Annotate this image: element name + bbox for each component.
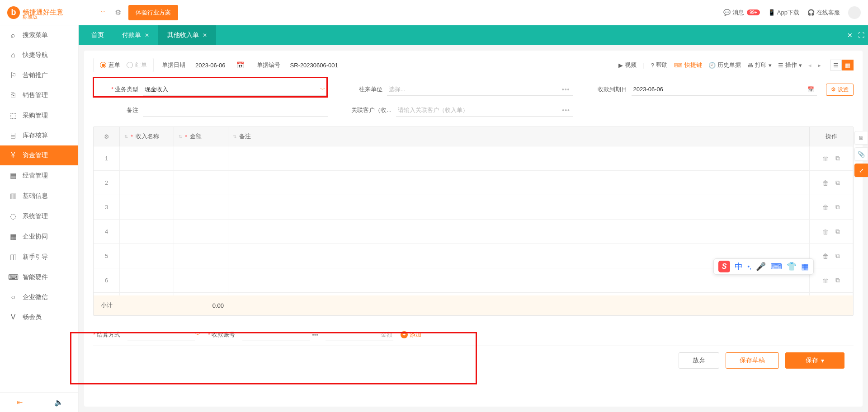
delete-row-icon[interactable]: 🗑 [822,155,829,162]
radio-red[interactable]: 红单 [127,61,147,69]
more-icon[interactable]: ••• [312,332,318,338]
settle-add-button[interactable]: + 添加 [401,331,421,339]
user-avatar[interactable] [848,6,861,19]
tab-fullscreen-button[interactable]: ⛶ [858,32,864,39]
org-selector[interactable]: ﹀ [97,9,106,16]
ime-punct-button[interactable]: •, [747,263,751,270]
sidebar-item-2[interactable]: ⚐营销推广 [0,65,78,85]
copy-row-icon[interactable]: ⧉ [835,203,840,211]
sidebar-item-13[interactable]: ○企业微信 [0,287,78,307]
sidebar-item-8[interactable]: ▥基础信息 [0,186,78,206]
cell-amount[interactable] [174,171,228,195]
app-download-link[interactable]: 📱 App下载 [768,9,799,17]
messages-link[interactable]: 💬 消息 99+ [723,9,760,17]
cell-income-name[interactable] [120,293,174,295]
view-list-button[interactable]: ☰ [830,60,842,70]
sidebar-item-1[interactable]: ⌂快捷导航 [0,45,78,65]
next-doc-button[interactable]: ▸ [818,62,821,69]
doc-date-value[interactable]: 2023-06-06 [195,62,226,69]
sidebar-item-14[interactable]: V畅会员 [0,307,78,327]
cell-amount[interactable] [174,146,228,170]
view-form-button[interactable]: ▦ [842,60,854,70]
duedate-input[interactable] [632,83,817,96]
cell-income-name[interactable] [120,220,174,243]
ime-mic-button[interactable]: 🎤 [756,262,766,272]
copy-row-icon[interactable]: ⧉ [835,252,840,260]
delete-row-icon[interactable]: 🗑 [822,204,829,211]
chevron-down-icon[interactable]: ﹀ [320,86,326,94]
ime-lang-button[interactable]: 中 [735,261,743,272]
cell-income-name[interactable] [120,146,174,170]
more-icon[interactable]: ••• [562,107,570,114]
sidebar-item-3[interactable]: ⎘销售管理 [0,85,78,105]
calendar-icon[interactable]: 📅 [807,86,814,93]
discard-button[interactable]: 放弃 [679,352,719,369]
calendar-icon[interactable]: 📅 [236,61,244,69]
sidebar-item-7[interactable]: ▤经营管理 [0,165,78,186]
video-link[interactable]: ▶ 视频 [618,61,637,69]
settle-amount-input[interactable] [326,328,393,341]
close-icon[interactable]: ✕ [145,32,149,38]
sidebar-item-5[interactable]: ⌸库存核算 [0,126,78,145]
delete-row-icon[interactable]: 🗑 [822,253,829,260]
cell-remark[interactable] [228,171,810,195]
cell-remark[interactable] [228,146,810,170]
table-row[interactable]: 7🗑 ⧉ [94,293,853,295]
cell-remark[interactable] [228,195,810,219]
relcust-input[interactable] [396,104,573,117]
save-draft-button[interactable]: 保存草稿 [726,352,779,369]
sidebar-item-0[interactable]: ⌕搜索菜单 [0,25,78,45]
radio-blue[interactable]: 蓝单 [100,61,120,69]
ime-toolbar[interactable]: S 中 •, 🎤 ⌨ 👕 ▦ [713,258,814,275]
help-link[interactable]: ? 帮助 [651,61,668,69]
sidebar-collapse-button[interactable]: ⇤ [0,393,39,412]
float-layers-button[interactable]: 🗎 [854,131,868,145]
biztype-input[interactable] [143,83,328,96]
cell-remark[interactable] [228,293,810,295]
ops-link[interactable]: ☰ 操作 ▾ [778,61,802,69]
table-row[interactable]: 2🗑 ⧉ [94,171,853,195]
copy-row-icon[interactable]: ⧉ [835,179,840,187]
sidebar-item-11[interactable]: ◫新手引导 [0,247,78,267]
tab-close-all-button[interactable]: ✕ [847,32,853,39]
cell-income-name[interactable] [120,171,174,195]
table-row[interactable]: 3🗑 ⧉ [94,195,853,220]
sidebar-item-4[interactable]: ⬚采购管理 [0,105,78,126]
remark-input[interactable] [143,104,328,117]
sidebar-item-9[interactable]: ◌系统管理 [0,206,78,226]
history-link[interactable]: 🕘 历史单据 [708,61,741,69]
cell-amount[interactable] [174,244,228,268]
cell-amount[interactable] [174,195,228,219]
cell-income-name[interactable] [120,195,174,219]
grid-config-button[interactable]: ⚙ [94,127,120,146]
copy-row-icon[interactable]: ⧉ [835,154,840,162]
print-link[interactable]: 🖶 打印 ▾ [747,61,772,69]
float-expand-button[interactable]: ⤢ [854,164,868,177]
ime-toolbox-button[interactable]: ▦ [801,262,809,272]
col-income-name[interactable]: ⇅*收入名称 [120,127,174,146]
brand-logo[interactable]: b 畅捷通好生意 [7,6,79,19]
more-icon[interactable]: ••• [562,86,570,93]
cell-income-name[interactable] [120,268,174,292]
sidebar-item-6[interactable]: ¥资金管理 [0,145,78,165]
cell-amount[interactable] [174,268,228,292]
table-row[interactable]: 1🗑 ⧉ [94,146,853,171]
settle-account-input[interactable] [242,328,310,341]
tab-0[interactable]: 首页 [82,25,113,45]
tab-1[interactable]: 付款单✕ [113,25,158,45]
copy-row-icon[interactable]: ⧉ [835,276,840,284]
form-settings-button[interactable]: ⚙ 设置 [826,84,854,96]
cell-income-name[interactable] [120,244,174,268]
save-button[interactable]: 保存▾ [785,352,844,369]
col-remark[interactable]: ⇅备注 [228,127,810,146]
ime-skin-button[interactable]: 👕 [787,262,797,272]
try-industry-button[interactable]: 体验行业方案 [128,5,178,20]
table-row[interactable]: 4🗑 ⧉ [94,220,853,244]
float-attach-button[interactable]: 📎 [854,147,868,161]
col-amount[interactable]: ⇅*金额 [174,127,228,146]
sidebar-item-10[interactable]: ▦企业协同 [0,226,78,247]
customer-service-link[interactable]: 🎧 在线客服 [807,9,840,17]
delete-row-icon[interactable]: 🗑 [822,277,829,284]
sidebar-item-12[interactable]: ⌨智能硬件 [0,267,78,287]
delete-row-icon[interactable]: 🗑 [822,228,829,235]
